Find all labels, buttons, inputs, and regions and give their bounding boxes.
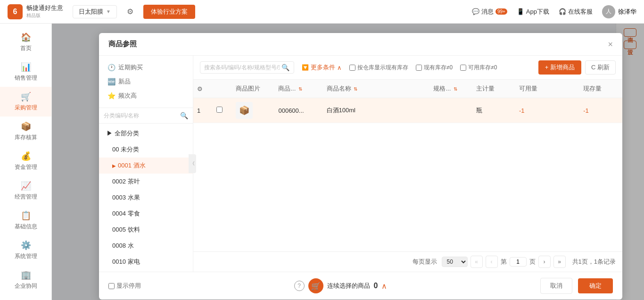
show-disabled-input[interactable] <box>108 283 115 289</box>
sidebar-item-finance[interactable]: 💰 资金管理 <box>0 146 51 176</box>
page-prefix-label: 第 <box>501 258 507 266</box>
trial-button[interactable]: 体验行业方案 <box>143 5 195 19</box>
add-product-button[interactable]: + 新增商品 <box>538 60 581 75</box>
cat-0003[interactable]: 0003 水果 <box>99 190 193 206</box>
sidebar-label-sales: 销售管理 <box>15 74 37 82</box>
cat-0001[interactable]: ▶ 0001 酒水 <box>99 158 193 174</box>
messages-nav-item[interactable]: 💬 消息 99+ <box>472 8 507 16</box>
cat-all-label: ▶ 全部分类 <box>107 129 139 138</box>
filter-collapse-icon: ∧ <box>337 64 342 71</box>
sales-icon: 📊 <box>21 62 31 72</box>
nav-selector[interactable]: 日太阳膜 ▼ <box>73 5 117 18</box>
next-page-button[interactable]: › <box>538 256 551 268</box>
cat-0004[interactable]: 0004 零食 <box>99 206 193 222</box>
col-available: 可用量 <box>515 80 579 98</box>
main-layout: 🏠 首页 📊 销售管理 🛒 采购管理 📦 库存核算 💰 资金管理 📈 经营管理 … <box>0 24 644 300</box>
refresh-button[interactable]: C 刷新 <box>585 60 616 75</box>
operations-icon: 📈 <box>21 181 31 191</box>
per-page-select[interactable]: 50 10 20 100 <box>442 257 468 267</box>
help-icon[interactable]: ? <box>294 281 305 291</box>
sidebar-item-enterprise[interactable]: 🏢 企业协同 <box>0 265 51 295</box>
system-icon: ⚙️ <box>21 240 31 250</box>
usable-stock-checkbox-input[interactable] <box>460 65 466 71</box>
headset-icon: 🎧 <box>559 8 566 15</box>
product-panel: 🔍 🔽 更多条件 ∧ 按仓库显示现有库存 <box>193 56 622 272</box>
online-service-nav-item[interactable]: 🎧 在线客服 <box>559 8 593 16</box>
page-number-input[interactable] <box>510 257 527 267</box>
row-checkbox[interactable] <box>216 107 223 113</box>
cat-00[interactable]: 00 未分类 <box>99 142 193 158</box>
last-page-button[interactable]: » <box>553 256 566 268</box>
quick-filter-new[interactable]: 🆕 新品 <box>104 75 188 89</box>
category-search-input[interactable] <box>104 112 178 119</box>
warehouse-stock-checkbox-input[interactable] <box>349 65 355 71</box>
recent-icon: 🕐 <box>107 64 116 71</box>
logo-area: 6 畅捷通好生意 精品版 <box>8 4 63 19</box>
sidebar-item-purchase[interactable]: 🛒 采购管理 <box>0 87 51 117</box>
warehouse-stock-checkbox[interactable]: 按仓库显示现有库存 <box>349 64 408 72</box>
cell-stock: -1 <box>579 98 622 123</box>
cart-count: 0 <box>374 282 378 290</box>
sidebar-item-home[interactable]: 🏠 首页 <box>0 27 51 57</box>
col-spec[interactable]: 规格... ⇅ <box>429 80 472 98</box>
cart-icon-button[interactable]: 🛒 <box>308 278 323 293</box>
top-nav: 6 畅捷通好生意 精品版 日太阳膜 ▼ ⚙ 体验行业方案 💬 消息 99+ 📱 … <box>0 0 644 24</box>
available-stock-checkbox[interactable]: 现有库存≠0 <box>416 64 453 72</box>
product-table: ⚙ 商品图片 商品... ⇅ 商品名称 ⇅ <box>193 80 622 123</box>
sidebar-item-sales[interactable]: 📊 销售管理 <box>0 57 51 87</box>
cat-0010[interactable]: 0010 家电 <box>99 254 193 270</box>
modal-dialog: 商品参照 × 🕐 近期购买 🆕 新品 <box>99 33 622 300</box>
basic-icon: 📋 <box>21 210 31 221</box>
more-filter-button[interactable]: 🔽 更多条件 ∧ <box>298 61 346 74</box>
modal-close-button[interactable]: × <box>608 40 613 49</box>
sidebar-label-basic: 基础信息 <box>15 223 37 231</box>
cat-0002[interactable]: 0002 茶叶 <box>99 174 193 190</box>
enterprise-icon: 🏢 <box>21 270 31 280</box>
toolbar-right: + 新增商品 C 刷新 <box>538 60 616 75</box>
sort-code-icon: ⇅ <box>298 86 302 92</box>
cancel-button[interactable]: 取消 <box>540 278 572 294</box>
cat-0008[interactable]: 0008 水 <box>99 238 193 254</box>
table-row[interactable]: 1 📦 000600... 白酒100ml 瓶 -1 -1 <box>193 98 622 123</box>
sidebar-item-guide[interactable]: 🔰 新手引导 <box>0 295 51 300</box>
cat-0004-label: 0004 零食 <box>112 209 140 218</box>
confirm-button[interactable]: 确定 <box>578 278 613 293</box>
category-search-icon[interactable]: 🔍 <box>180 112 188 119</box>
quick-filter-recent[interactable]: 🕐 近期购买 <box>104 60 188 75</box>
first-page-button[interactable]: « <box>471 256 483 268</box>
available-stock-checkbox-input[interactable] <box>416 65 422 71</box>
page-suffix-label: 页 <box>529 258 536 266</box>
settings-icon[interactable]: ⚙ <box>123 4 138 19</box>
usable-stock-checkbox[interactable]: 可用库存≠0 <box>460 64 497 72</box>
cell-code: 000600... <box>274 98 322 123</box>
cart-collapse-icon[interactable]: ∧ <box>381 282 387 291</box>
col-settings[interactable]: ⚙ <box>193 80 213 98</box>
filter-checkboxes: 按仓库显示现有库存 现有库存≠0 可用库存≠0 <box>349 64 497 72</box>
col-code[interactable]: 商品... ⇅ <box>274 80 322 98</box>
cat-0005[interactable]: 0005 饮料 <box>99 222 193 238</box>
col-name[interactable]: 商品名称 ⇅ <box>323 80 430 98</box>
app-download-nav-item[interactable]: 📱 App下载 <box>517 8 549 16</box>
product-search-icon[interactable]: 🔍 <box>281 64 289 71</box>
collapse-panel-button[interactable]: 《 <box>189 154 196 173</box>
show-disabled-checkbox[interactable]: 显示停用 <box>108 282 141 290</box>
prev-page-button[interactable]: ‹ <box>486 256 498 268</box>
logo-text: 畅捷通好生意 精品版 <box>26 4 63 19</box>
sidebar-item-operations[interactable]: 📈 经营管理 <box>0 176 51 206</box>
sidebar-item-system[interactable]: ⚙️ 系统管理 <box>0 235 51 265</box>
sidebar-item-basic[interactable]: 📋 基础信息 <box>0 206 51 235</box>
quick-filter-frequent[interactable]: ⭐ 频次高 <box>104 89 188 103</box>
sidebar-item-inventory[interactable]: 📦 库存核算 <box>0 117 51 146</box>
quick-filter-frequent-label: 频次高 <box>118 92 137 100</box>
cell-check[interactable] <box>213 98 232 123</box>
user-avatar-area[interactable]: 人 徐泽华 <box>602 5 636 18</box>
more-filter-label: 更多条件 <box>311 63 335 72</box>
product-search-input[interactable] <box>204 64 280 71</box>
chevron-down-icon: ▼ <box>106 9 111 14</box>
category-list: ▶ 全部分类 00 未分类 ▶ 0001 酒水 0002 茶叶 <box>99 124 193 272</box>
content-area: 查询 设置 商品参照 × 🕐 近期购买 <box>52 24 644 300</box>
cat-all[interactable]: ▶ 全部分类 <box>99 125 193 142</box>
sort-name-icon: ⇅ <box>354 86 357 92</box>
modal-footer: 显示停用 ? 🛒 连续选择的商品 0 ∧ 取消 确定 <box>99 272 622 300</box>
cat-0001-label: 0001 酒水 <box>118 161 146 170</box>
